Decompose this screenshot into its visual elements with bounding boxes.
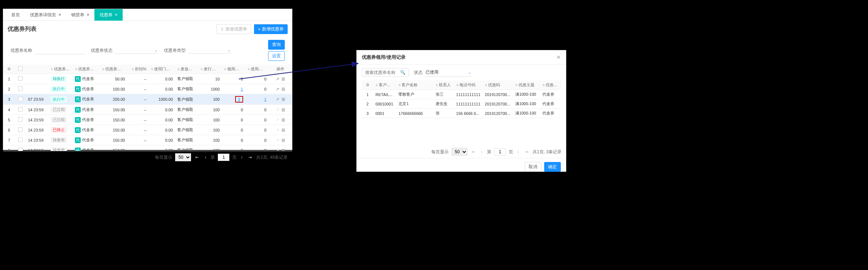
last-page-button[interactable]: ⇥ xyxy=(523,149,530,154)
per-page-select[interactable]: 50 xyxy=(175,153,191,161)
table-row[interactable]: 3000117666666666张156 6666 6...2019120700… xyxy=(362,109,561,118)
col-contact[interactable]: ⇅联系人 xyxy=(433,80,454,90)
qr-icon[interactable]: ⊞ xyxy=(281,97,285,102)
modal-status-select[interactable]: 已使用 ⌄ xyxy=(425,68,472,77)
issue-coupon-button[interactable]: ⇪ 发放优惠券 xyxy=(216,24,251,34)
col-issue-qty[interactable]: ⇅发行数量 xyxy=(198,65,222,74)
col-cust-name[interactable]: ⇅客户名称 xyxy=(396,80,433,90)
next-page-button[interactable]: › xyxy=(516,149,520,154)
close-icon[interactable]: ✕ xyxy=(115,9,118,21)
table-row[interactable]: 200010001北京1唐先生111111111112019120700...满… xyxy=(362,99,561,109)
row-checkbox[interactable] xyxy=(18,97,23,101)
prev-page-button[interactable]: ‹ xyxy=(480,149,484,154)
col-gear[interactable]: ⚙ xyxy=(362,80,373,90)
coupon-name-input[interactable] xyxy=(34,47,85,54)
qr-icon[interactable]: ⊞ xyxy=(281,128,285,133)
close-icon[interactable]: ✕ xyxy=(86,9,89,21)
table-row[interactable]: 514 23:59已过期代代金券150.00--0.00客户领取10000↗⊞ xyxy=(3,115,292,125)
share-icon[interactable]: ↗ xyxy=(276,87,279,92)
settings-button[interactable]: 设置 xyxy=(268,51,285,61)
add-coupon-button[interactable]: + 新增优惠券 xyxy=(254,24,288,34)
page-input[interactable] xyxy=(218,154,229,161)
row-checkbox[interactable] xyxy=(18,148,23,151)
tab-label: 首页 xyxy=(11,9,20,21)
main-panel: 首页优惠券详情页✕销货单✕优惠券✕ 优惠券列表 ⇪ 发放优惠券 + 新增优惠券 … xyxy=(3,9,292,150)
col-method[interactable]: ⇅发放方式 xyxy=(175,65,199,74)
col-face[interactable]: ⇅优惠券面值 xyxy=(100,65,127,74)
tab-优惠券[interactable]: 优惠券✕ xyxy=(94,9,123,21)
row-checkbox[interactable] xyxy=(18,86,23,91)
usage-table: ⚙ ⇅客户... ⇅客户名称 ⇅联系人 ⇅电话号码 ⇅优惠码 ⇅优惠主题 ⇅优惠… xyxy=(362,80,561,118)
prev-page-button[interactable]: ‹ xyxy=(203,155,208,160)
table-row[interactable]: 307 23:59执行中代代金券200.00--1000.00客户领取10031… xyxy=(3,94,292,105)
col-checkbox[interactable] xyxy=(15,65,26,74)
filter-name-label: 优惠券名称 xyxy=(10,47,32,54)
table-row[interactable]: 1待执行代代金券50.00--0.00客户领取1000↗⊞ xyxy=(3,74,292,84)
claim-link[interactable]: 1 xyxy=(241,87,243,91)
table-row[interactable]: 2执行中代代金券100.00--0.00客户领取100010↗⊞ xyxy=(3,84,292,94)
row-checkbox[interactable] xyxy=(18,76,23,81)
tab-优惠券详情页[interactable]: 优惠券详情页✕ xyxy=(25,9,66,21)
type-badge-icon: 代 xyxy=(75,117,81,123)
coupon-table-wrap[interactable]: ⚙ ⇅优惠券状态 ⇅优惠券类型 ⇅优惠券面值 ⇅折扣% ⇅使用门槛... ⇅发放… xyxy=(3,65,292,151)
cancel-button[interactable]: 取消 xyxy=(525,162,541,172)
close-icon[interactable]: ✕ xyxy=(556,54,561,60)
col-coupon-code[interactable]: ⇅优惠码 xyxy=(483,80,513,90)
gear-icon: ⚙ xyxy=(7,67,11,71)
col-cust-code[interactable]: ⇅客户... xyxy=(373,80,397,90)
col-status[interactable]: ⇅优惠券状态 xyxy=(48,65,73,74)
col-use-qty[interactable]: ⇅使用数量 xyxy=(245,65,269,74)
col-type[interactable]: ⇅优惠券类型 xyxy=(73,65,100,74)
table-row[interactable]: 1RETAIL...零散客户张三111111111112019120700...… xyxy=(362,90,561,99)
plus-icon: + xyxy=(258,27,261,32)
next-page-button[interactable]: › xyxy=(240,155,244,160)
modal-search-input[interactable] xyxy=(365,70,398,75)
coupon-type-select[interactable]: ⌄ xyxy=(188,47,231,54)
table-row[interactable]: 614 23:59已终止代代金券150.00--0.00客户领取10000↗⊞ xyxy=(3,125,292,135)
gear-icon: ⚙ xyxy=(366,83,369,87)
close-icon[interactable]: ✕ xyxy=(58,9,61,21)
status-badge: 已过期 xyxy=(51,117,67,123)
qr-icon[interactable]: ⊞ xyxy=(281,117,285,122)
coupon-status-select[interactable]: ⌄ xyxy=(115,47,158,54)
claim-link[interactable]: 3 xyxy=(238,97,240,101)
col-type[interactable]: ⇅优惠券类 xyxy=(540,80,561,90)
tab-销货单[interactable]: 销货单✕ xyxy=(66,9,94,21)
table-row[interactable]: 714 23:59待发布代代金券150.00--0.00客户领取10000↗⊞ xyxy=(3,135,292,145)
row-checkbox[interactable] xyxy=(18,137,23,142)
first-page-button[interactable]: ⇤ xyxy=(194,155,200,160)
col-gear[interactable]: ⚙ xyxy=(3,65,15,74)
col-subject[interactable]: ⇅优惠主题 xyxy=(513,80,540,90)
share-icon[interactable]: ↗ xyxy=(276,97,279,102)
use-link[interactable]: 1 xyxy=(264,97,266,101)
share-icon[interactable]: ↗ xyxy=(276,76,279,82)
status-badge: 待执行 xyxy=(51,76,67,82)
query-button[interactable]: 查询 xyxy=(268,40,285,50)
qr-icon[interactable]: ⊞ xyxy=(281,138,285,143)
qr-icon[interactable]: ⊞ xyxy=(281,87,285,92)
row-checkbox[interactable] xyxy=(18,107,23,112)
modal-search[interactable]: 🔍 xyxy=(362,68,409,77)
col-phone[interactable]: ⇅电话号码 xyxy=(454,80,483,90)
page-input[interactable] xyxy=(494,148,506,155)
col-threshold[interactable]: ⇅使用门槛... xyxy=(149,65,175,74)
qr-icon[interactable]: ⊞ xyxy=(281,148,285,151)
col-claim-qty[interactable]: ⇅领用数量 xyxy=(222,65,245,74)
confirm-button[interactable]: 确定 xyxy=(544,162,561,172)
per-page-select[interactable]: 50 xyxy=(452,148,467,156)
col-ops: 操作 xyxy=(268,65,292,74)
type-badge-icon: 代 xyxy=(75,107,81,113)
col-time[interactable] xyxy=(26,65,48,74)
table-row[interactable]: 414 23:59已过期代代金券150.00--0.00客户领取10000↗⊞ xyxy=(3,105,292,115)
modal-title: 优惠券领用/使用记录 xyxy=(362,54,406,61)
tab-首页[interactable]: 首页 xyxy=(6,9,25,21)
qr-icon[interactable]: ⊞ xyxy=(281,107,285,112)
qr-icon[interactable]: ⊞ xyxy=(281,76,285,82)
last-page-button[interactable]: ⇥ xyxy=(247,155,253,160)
status-badge: 待发布 xyxy=(51,137,67,143)
row-checkbox[interactable] xyxy=(18,117,23,122)
row-checkbox[interactable] xyxy=(18,127,23,132)
table-row[interactable]: 814 23:59待发布代代金券150.00--0.00客户领取10000↗⊞ xyxy=(3,145,292,151)
col-discount[interactable]: ⇅折扣% xyxy=(127,65,148,74)
first-page-button[interactable]: ⇤ xyxy=(470,149,477,154)
